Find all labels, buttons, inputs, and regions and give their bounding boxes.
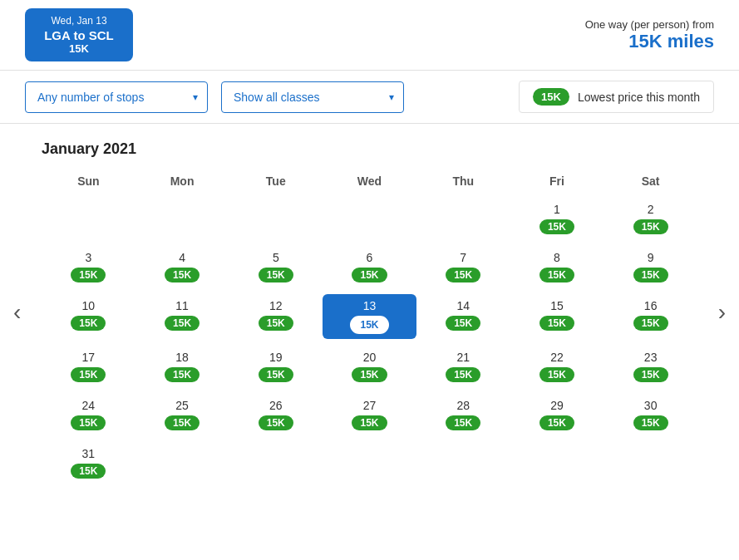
badge-price: 15K bbox=[533, 88, 569, 106]
calendar-header-tue: Tue bbox=[229, 171, 323, 191]
calendar-day bbox=[416, 198, 510, 239]
day-price: 15K bbox=[539, 268, 574, 282]
day-price: 15K bbox=[71, 268, 106, 282]
day-number: 12 bbox=[269, 299, 283, 312]
calendar-day[interactable]: 2515K bbox=[135, 394, 229, 435]
calendar-day[interactable]: 115K bbox=[510, 198, 604, 239]
day-number: 18 bbox=[175, 351, 189, 364]
stops-filter-wrapper: Any number of stops Nonstop only 1 stop … bbox=[25, 81, 208, 113]
calendar-day[interactable]: 2315K bbox=[604, 346, 697, 387]
calendar-day[interactable]: 1015K bbox=[42, 294, 135, 339]
day-number: 3 bbox=[85, 251, 91, 264]
calendar-day[interactable]: 2615K bbox=[229, 394, 323, 435]
day-number: 21 bbox=[456, 351, 470, 364]
day-number: 19 bbox=[269, 351, 283, 364]
calendar-day[interactable]: 1115K bbox=[135, 294, 229, 339]
day-price: 15K bbox=[71, 367, 106, 382]
day-number: 30 bbox=[644, 399, 658, 412]
day-number: 24 bbox=[82, 399, 96, 412]
calendar-day bbox=[135, 442, 229, 484]
calendar-header-thu: Thu bbox=[416, 171, 510, 191]
badge-text: Lowest price this month bbox=[578, 91, 700, 104]
calendar-day[interactable]: 1415K bbox=[416, 294, 510, 339]
day-price: 15K bbox=[165, 268, 200, 282]
calendar-day[interactable]: 2215K bbox=[510, 346, 604, 387]
flight-info-card[interactable]: Wed, Jan 13 LGA to SCL 15K bbox=[25, 8, 133, 61]
day-price: 15K bbox=[259, 415, 293, 430]
next-month-button[interactable]: › bbox=[712, 292, 732, 332]
classes-filter[interactable]: Show all classes Economy Business First bbox=[221, 81, 404, 113]
calendar-day[interactable]: 415K bbox=[135, 246, 229, 287]
day-number: 22 bbox=[550, 351, 564, 364]
day-number: 6 bbox=[367, 251, 373, 264]
day-number: 27 bbox=[363, 399, 377, 412]
calendar-day[interactable]: 1715K bbox=[42, 346, 135, 387]
price-amount: 15K miles bbox=[585, 31, 714, 52]
calendar-day[interactable]: 1215K bbox=[229, 294, 323, 339]
day-price: 15K bbox=[446, 415, 480, 430]
day-price: 15K bbox=[446, 316, 480, 331]
calendar-day bbox=[229, 442, 323, 484]
day-price: 15K bbox=[71, 316, 106, 331]
calendar-day[interactable]: 3115K bbox=[42, 442, 135, 484]
calendar-container: ‹ › January 2021 SunMonTueWedThuFriSat 1… bbox=[0, 124, 739, 500]
day-number: 29 bbox=[550, 399, 564, 412]
filters-bar: Any number of stops Nonstop only 1 stop … bbox=[0, 71, 739, 124]
calendar-grid: SunMonTueWedThuFriSat 115K215K315K415K51… bbox=[42, 171, 697, 484]
calendar-day[interactable]: 2115K bbox=[416, 346, 510, 387]
calendar-day bbox=[416, 442, 510, 484]
day-price: 15K bbox=[165, 316, 200, 331]
calendar-day[interactable]: 2915K bbox=[510, 394, 604, 435]
calendar-day[interactable]: 815K bbox=[510, 246, 604, 287]
day-price: 15K bbox=[446, 367, 480, 382]
day-number: 20 bbox=[363, 351, 377, 364]
day-price: 15K bbox=[165, 415, 200, 430]
calendar-day[interactable]: 715K bbox=[416, 246, 510, 287]
day-price: 15K bbox=[259, 268, 293, 282]
calendar-day bbox=[135, 198, 229, 239]
calendar-header-sat: Sat bbox=[604, 171, 697, 191]
day-price: 15K bbox=[539, 219, 574, 234]
calendar-day[interactable]: 2815K bbox=[416, 394, 510, 435]
calendar-header-row: SunMonTueWedThuFriSat bbox=[42, 171, 697, 191]
calendar-day[interactable]: 1815K bbox=[135, 346, 229, 387]
day-price: 15K bbox=[350, 316, 388, 334]
calendar-day[interactable]: 1615K bbox=[604, 294, 697, 339]
day-price: 15K bbox=[539, 367, 574, 382]
price-label: One way (per person) from bbox=[585, 18, 714, 31]
day-number: 8 bbox=[554, 251, 560, 264]
flight-route: LGA to SCL bbox=[40, 28, 118, 42]
day-number: 11 bbox=[175, 299, 189, 312]
calendar-day[interactable]: 1315K bbox=[323, 294, 416, 339]
calendar-body: 115K215K315K415K515K615K715K815K915K1015… bbox=[42, 198, 697, 484]
calendar-day[interactable]: 615K bbox=[323, 246, 416, 287]
calendar-day[interactable]: 1515K bbox=[510, 294, 604, 339]
day-number: 2 bbox=[648, 203, 654, 216]
day-number: 4 bbox=[179, 251, 185, 264]
calendar-day[interactable]: 215K bbox=[604, 198, 697, 239]
calendar-day[interactable]: 2015K bbox=[323, 346, 416, 387]
calendar-day[interactable]: 515K bbox=[229, 246, 323, 287]
calendar-day[interactable]: 1915K bbox=[229, 346, 323, 387]
day-number: 28 bbox=[456, 399, 470, 412]
stops-filter[interactable]: Any number of stops Nonstop only 1 stop … bbox=[25, 81, 208, 113]
calendar-header-wed: Wed bbox=[323, 171, 416, 191]
calendar-day[interactable]: 915K bbox=[604, 246, 697, 287]
calendar-day bbox=[323, 442, 416, 484]
day-price: 15K bbox=[259, 367, 293, 382]
day-number: 15 bbox=[550, 299, 564, 312]
calendar-day[interactable]: 2415K bbox=[42, 394, 135, 435]
calendar-header-sun: Sun bbox=[42, 171, 135, 191]
prev-month-button[interactable]: ‹ bbox=[7, 292, 27, 332]
day-number: 5 bbox=[273, 251, 279, 264]
day-price: 15K bbox=[539, 316, 574, 331]
day-price: 15K bbox=[446, 268, 480, 282]
calendar-day[interactable]: 315K bbox=[42, 246, 135, 287]
calendar-day[interactable]: 2715K bbox=[323, 394, 416, 435]
calendar-day[interactable]: 3015K bbox=[604, 394, 697, 435]
day-price: 15K bbox=[633, 415, 668, 430]
calendar-day bbox=[42, 198, 135, 239]
calendar-day bbox=[323, 198, 416, 239]
calendar-month-title: January 2021 bbox=[42, 140, 697, 158]
day-price: 15K bbox=[539, 415, 574, 430]
